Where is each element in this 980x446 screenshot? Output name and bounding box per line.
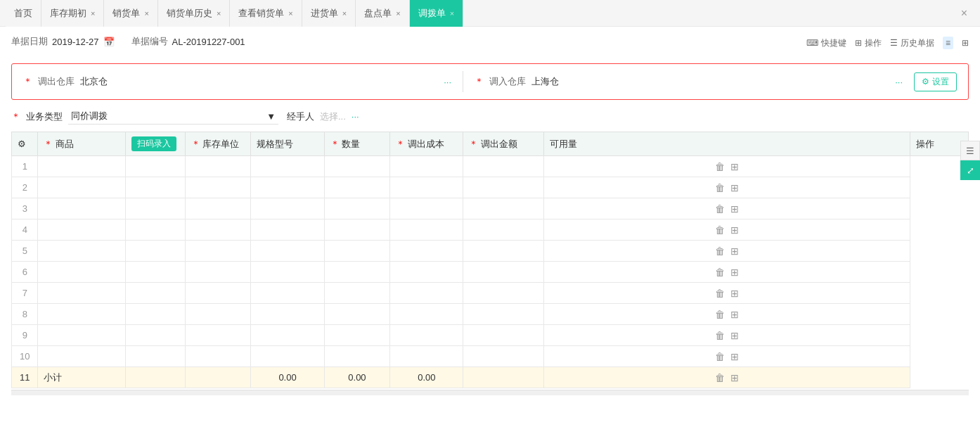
spec-cell-4[interactable] [185,219,251,241]
th-gear[interactable]: ⚙ [12,132,38,156]
unit-cell-1[interactable] [126,156,185,177]
product-cell-3[interactable] [38,198,126,219]
qty-cell-4[interactable] [251,219,324,241]
settings-button[interactable]: ⚙ 设置 [914,72,957,91]
unit-cell-3[interactable] [126,198,185,219]
amount-cell-2[interactable] [390,177,463,198]
unit-cell-7[interactable] [126,283,185,304]
spec-cell-7[interactable] [185,283,251,304]
qty-cell-6[interactable] [251,262,324,283]
product-cell-1[interactable] [38,156,126,177]
tab-stocktake[interactable]: 盘点单 × [356,0,409,27]
scan-button[interactable]: 扫码录入 [131,136,176,151]
amount-cell-8[interactable] [390,304,463,325]
cost-cell-1[interactable] [324,156,390,177]
qty-cell-10[interactable] [251,346,324,367]
product-cell-9[interactable] [38,325,126,346]
amount-cell-3[interactable] [390,198,463,219]
list-view-button[interactable]: ≡ [943,37,953,49]
spec-cell-9[interactable] [185,325,251,346]
copy-icon[interactable]: ⊞ [730,267,739,278]
unit-cell-2[interactable] [126,177,185,198]
in-warehouse-more[interactable]: ··· [895,77,903,87]
qty-cell-5[interactable] [251,241,324,262]
delete-icon[interactable]: 🗑 [715,182,725,193]
product-cell-6[interactable] [38,262,126,283]
qty-cell-8[interactable] [251,304,324,325]
delete-icon[interactable]: 🗑 [715,203,725,215]
product-cell-7[interactable] [38,283,126,304]
spec-cell-5[interactable] [185,241,251,262]
amount-cell-4[interactable] [390,219,463,241]
product-cell-4[interactable] [38,219,126,241]
calendar-icon[interactable]: 📅 [103,37,115,47]
copy-icon[interactable]: ⊞ [730,224,739,236]
tab-sales-history[interactable]: 销货单历史 × [158,0,230,27]
delete-icon[interactable]: 🗑 [715,246,725,257]
copy-icon[interactable]: ⊞ [730,288,739,299]
amount-cell-10[interactable] [390,346,463,367]
tab-home[interactable]: 首页 [6,0,41,27]
delete-icon[interactable]: 🗑 [715,330,725,341]
spec-cell-3[interactable] [185,198,251,219]
close-tab-sales-order[interactable]: × [144,9,148,18]
unit-cell-6[interactable] [126,262,185,283]
copy-icon[interactable]: ⊞ [730,161,739,172]
unit-cell-5[interactable] [126,241,185,262]
person-placeholder[interactable]: 选择... [320,110,346,123]
product-cell-2[interactable] [38,177,126,198]
float-expand-icon[interactable]: ⤢ [960,160,980,180]
cost-cell-2[interactable] [324,177,390,198]
ops-button[interactable]: ⊞ 操作 [855,37,882,49]
tab-purchase-order[interactable]: 进货单 × [302,0,356,27]
tab-transfer[interactable]: 调拨单 × [410,0,463,27]
close-tab-inventory-init[interactable]: × [91,9,95,18]
shortcut-button[interactable]: ⌨ 快捷键 [806,37,846,49]
float-list-icon[interactable]: ☰ [960,141,980,160]
cost-cell-10[interactable] [324,346,390,367]
tab-bar-close-button[interactable]: × [954,7,974,20]
history-button[interactable]: ☰ 历史单据 [890,37,934,49]
person-more[interactable]: ··· [352,111,359,122]
tab-sales-order[interactable]: 销货单 × [104,0,157,27]
cost-cell-9[interactable] [324,325,390,346]
product-cell-8[interactable] [38,304,126,325]
close-tab-stocktake[interactable]: × [396,9,400,18]
out-warehouse-more[interactable]: ··· [444,77,451,87]
amount-cell-5[interactable] [390,241,463,262]
qty-cell-7[interactable] [251,283,324,304]
amount-cell-9[interactable] [390,325,463,346]
qty-cell-9[interactable] [251,325,324,346]
delete-icon[interactable]: 🗑 [715,161,725,172]
cost-cell-8[interactable] [324,304,390,325]
copy-icon[interactable]: ⊞ [730,182,739,193]
copy-icon[interactable]: ⊞ [730,203,739,215]
tab-view-sales[interactable]: 查看销货单 × [230,0,302,27]
spec-cell-1[interactable] [185,156,251,177]
grid-view-button[interactable]: ⊞ [962,38,969,48]
delete-icon[interactable]: 🗑 [715,309,725,320]
close-tab-view-sales[interactable]: × [288,9,292,18]
cost-cell-4[interactable] [324,219,390,241]
amount-cell-6[interactable] [390,262,463,283]
copy-icon[interactable]: ⊞ [730,351,739,362]
tab-inventory-init[interactable]: 库存期初 × [41,0,104,27]
copy-icon[interactable]: ⊞ [730,309,739,320]
amount-cell-7[interactable] [390,283,463,304]
spec-cell-10[interactable] [185,346,251,367]
product-cell-10[interactable] [38,346,126,367]
qty-cell-2[interactable] [251,177,324,198]
delete-icon[interactable]: 🗑 [715,288,725,299]
close-tab-sales-history[interactable]: × [217,9,221,18]
unit-cell-10[interactable] [126,346,185,367]
close-tab-transfer[interactable]: × [450,9,454,18]
cost-cell-7[interactable] [324,283,390,304]
spec-cell-6[interactable] [185,262,251,283]
qty-cell-3[interactable] [251,198,324,219]
delete-icon[interactable]: 🗑 [715,224,725,236]
cost-cell-6[interactable] [324,262,390,283]
th-scan[interactable]: 扫码录入 [126,132,185,156]
scroll-bar[interactable] [11,390,969,395]
close-tab-purchase-order[interactable]: × [342,9,347,18]
delete-icon[interactable]: 🗑 [715,351,725,362]
